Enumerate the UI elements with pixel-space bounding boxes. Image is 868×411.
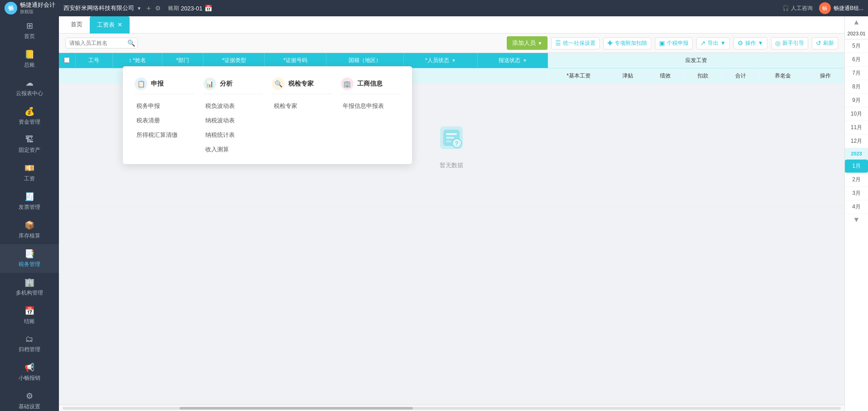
scrollbar-thumb[interactable]: [179, 407, 413, 410]
sidebar-item-close[interactable]: 📅 结账: [0, 301, 59, 330]
dropdown-item-tax-burden[interactable]: 税负波动表: [204, 99, 263, 113]
col-report-status: 报送状态 ▼: [478, 53, 548, 68]
basic-icon: ⚙: [26, 391, 33, 401]
dropdown-item-tax-expert[interactable]: 税检专家: [272, 99, 332, 113]
sidebar-item-marketing[interactable]: 📢 小畅报销: [0, 358, 59, 387]
sidebar-item-fund[interactable]: 💰 资金管理: [0, 102, 59, 131]
operate-dropdown-icon: ▼: [758, 40, 763, 46]
sidebar-item-multi-org[interactable]: 🏢 多机构管理: [0, 273, 59, 301]
export-button[interactable]: ↗ 导出 ▼: [696, 37, 730, 49]
ledger-icon: 📒: [24, 49, 34, 59]
time-month-4[interactable]: 4月: [845, 200, 868, 214]
period-label: 账期: [168, 5, 179, 12]
status-filter-icon[interactable]: ▼: [451, 58, 456, 63]
tax-icon: 📑: [24, 249, 34, 259]
tab-home[interactable]: 首页: [63, 16, 90, 34]
time-panel-header: 2023.01: [845, 28, 868, 39]
time-month-5[interactable]: 5月: [845, 39, 868, 53]
svg-text:?: ?: [455, 140, 458, 147]
dropdown-item-tax-fluctuation[interactable]: 纳税波动表: [204, 113, 263, 128]
social-security-button[interactable]: ☰ 统一社保设置: [551, 37, 600, 49]
top-bar: 畅 畅捷通好会计 旗舰版 西安虾米网络科技有限公司 ▼ ＋ ⚙ 账期 2023-…: [0, 0, 868, 16]
app-logo: 畅 畅捷通好会计 旗舰版: [5, 1, 59, 15]
special-deduction-button[interactable]: ✚ 专项附加扣除: [603, 37, 651, 49]
logo-icon: 畅: [5, 2, 17, 15]
svg-rect-4: [446, 140, 451, 142]
company-selector[interactable]: 西安虾米网络科技有限公司 ▼: [63, 4, 141, 12]
col-deduction: 扣款: [684, 68, 722, 84]
time-month-8[interactable]: 8月: [845, 80, 868, 94]
tax-expert-icon: 🔍: [272, 77, 285, 90]
tab-payroll[interactable]: 工资表 ✕: [90, 16, 130, 34]
dropdown-item-tax-table[interactable]: 税表清册: [135, 113, 194, 128]
time-month-11[interactable]: 11月: [845, 121, 868, 135]
special-deduction-icon: ✚: [607, 39, 613, 47]
col-base-salary: *基本工资: [548, 68, 609, 84]
time-month-9[interactable]: 9月: [845, 94, 868, 107]
search-input[interactable]: [65, 38, 138, 48]
sidebar-item-ledger[interactable]: 📒 总账: [0, 45, 59, 73]
report-filter-icon[interactable]: ▼: [523, 58, 527, 63]
time-month-1[interactable]: 1月: [845, 160, 868, 173]
time-panel-down-button[interactable]: ▼: [845, 214, 868, 226]
empty-icon: ?: [433, 120, 470, 156]
time-month-3[interactable]: 3月: [845, 187, 868, 200]
col-operation: 操作: [807, 68, 844, 84]
avatar: 畅: [819, 2, 831, 14]
search-icon[interactable]: 🔍: [127, 39, 135, 47]
time-panel-up-button[interactable]: ▲: [845, 16, 868, 28]
time-month-10[interactable]: 10月: [845, 107, 868, 121]
dropdown-item-income-estimate[interactable]: 收入测算: [204, 142, 263, 157]
company-name: 西安虾米网络科技有限公司: [63, 4, 134, 12]
dropdown-menu: 📋 申报 税务申报 税表清册 所得税汇算清缴 📊 分析 税负波动表 纳税波动表 …: [122, 66, 412, 164]
sidebar-item-assets[interactable]: 🏗 固定资产: [0, 131, 59, 159]
col-checkbox[interactable]: [59, 53, 75, 68]
add-person-button[interactable]: 添加人员 ▼: [507, 36, 548, 50]
top-bar-right: 🎧 人工咨询 畅 畅捷通B组...: [782, 2, 863, 14]
cloud-icon: ☁: [25, 78, 34, 88]
add-company-icon[interactable]: ＋: [145, 4, 152, 13]
dropdown-col-shenb: 📋 申报 税务申报 税表清册 所得税汇算清缴: [130, 74, 199, 157]
dropdown-item-annual-report[interactable]: 年报信息申报表: [341, 99, 401, 113]
home-icon: ⊞: [26, 21, 33, 31]
dropdown-header-biz-info: 🏢 工商信息: [341, 74, 401, 94]
refresh-icon: ↺: [816, 39, 821, 47]
operate-icon: ⚙: [737, 39, 743, 47]
time-month-6[interactable]: 6月: [845, 53, 868, 67]
operate-button[interactable]: ⚙ 操作 ▼: [733, 37, 767, 49]
time-month-2[interactable]: 2月: [845, 173, 868, 187]
refresh-button[interactable]: ↺ 刷新: [812, 37, 838, 49]
time-month-12[interactable]: 12月: [845, 135, 868, 148]
col-pension: 养老金: [759, 68, 807, 84]
dropdown-col-fenxi: 📊 分析 税负波动表 纳税波动表 纳税统计表 收入测算: [199, 74, 268, 157]
service-button[interactable]: 🎧 人工咨询: [782, 5, 813, 12]
main-layout: ⊞ 首页 📒 总账 ☁ 云报表中心 💰 资金管理 🏗 固定资产 💴 工资 🧾 发…: [0, 16, 868, 411]
sidebar-item-inventory[interactable]: 📦 库存核算: [0, 216, 59, 244]
col-id: 工号: [75, 53, 113, 68]
sidebar-item-home[interactable]: ⊞ 首页: [0, 16, 59, 45]
sidebar-item-archive[interactable]: 🗂 归档管理: [0, 330, 59, 358]
horizontal-scrollbar[interactable]: [59, 405, 844, 411]
search-wrap: 🔍: [65, 38, 138, 48]
guide-button[interactable]: ◎ 新手引导: [771, 37, 808, 49]
tax-return-button[interactable]: ▣ 个税申报: [655, 37, 693, 49]
tab-close-icon[interactable]: ✕: [117, 21, 122, 28]
dropdown-item-income-tax-settle[interactable]: 所得税汇算清缴: [135, 128, 194, 142]
dropdown-header-tax-expert: 🔍 税检专家: [272, 74, 332, 94]
biz-info-icon: 🏢: [341, 77, 354, 90]
time-month-7[interactable]: 7月: [845, 67, 868, 80]
user-button[interactable]: 畅 畅捷通B组...: [819, 2, 863, 14]
sidebar-item-cloud-report[interactable]: ☁ 云报表中心: [0, 73, 59, 102]
dropdown-col-tax-expert: 🔍 税检专家 税检专家: [267, 74, 336, 157]
calendar-icon[interactable]: 📅: [204, 5, 212, 12]
dropdown-item-tax-stats[interactable]: 纳税统计表: [204, 128, 263, 142]
sidebar-item-invoice[interactable]: 🧾 发票管理: [0, 187, 59, 216]
select-all-checkbox[interactable]: [64, 57, 70, 63]
headset-icon: 🎧: [782, 5, 789, 11]
settings-icon[interactable]: ⚙: [155, 5, 161, 12]
sidebar-item-salary[interactable]: 💴 工资: [0, 159, 59, 187]
sidebar-item-basic[interactable]: ⚙ 基础设置: [0, 387, 59, 411]
dropdown-item-tax-report[interactable]: 税务申报: [135, 99, 194, 113]
sidebar-item-tax[interactable]: 📑 税务管理: [0, 244, 59, 273]
scrollbar-track: [63, 407, 841, 410]
